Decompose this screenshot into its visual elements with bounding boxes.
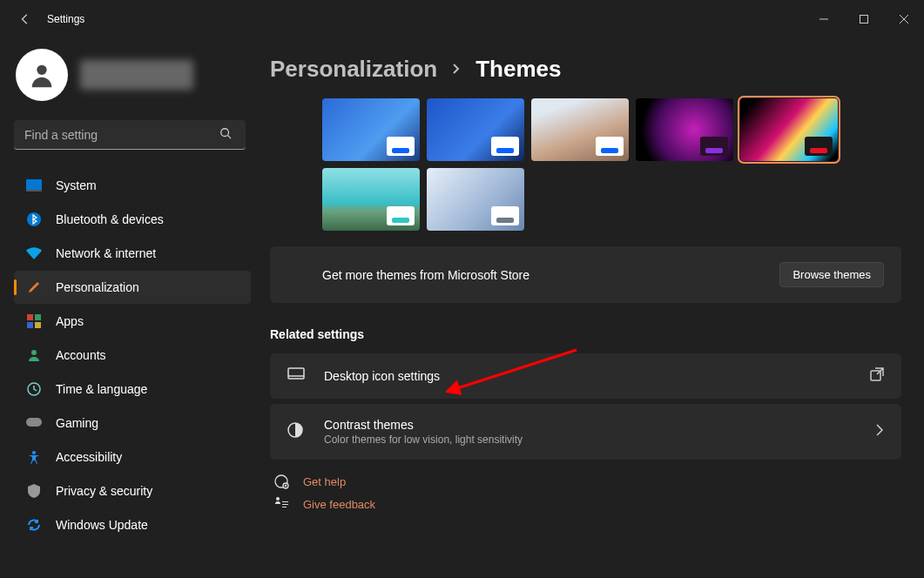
search-input[interactable]	[14, 120, 246, 150]
get-help-row[interactable]: Get help	[270, 474, 901, 489]
sidebar-item-bluetooth[interactable]: Bluetooth & devices	[14, 203, 251, 236]
gamepad-icon	[26, 415, 42, 431]
breadcrumb: Personalization Themes	[270, 56, 901, 83]
theme-option-1[interactable]	[322, 98, 420, 161]
theme-option-2[interactable]	[427, 98, 524, 161]
svg-rect-7	[35, 314, 41, 320]
contrast-themes-row[interactable]: Contrast themes Color themes for low vis…	[270, 404, 901, 460]
store-row: Get more themes from Microsoft Store Bro…	[270, 246, 901, 303]
help-icon	[272, 474, 291, 489]
update-icon	[26, 517, 42, 533]
sidebar-item-privacy[interactable]: Privacy & security	[14, 474, 251, 507]
svg-point-10	[31, 350, 37, 355]
svg-rect-14	[288, 368, 304, 379]
svg-point-1	[37, 65, 46, 75]
svg-rect-3	[26, 179, 42, 190]
theme-option-3[interactable]	[531, 98, 629, 161]
breadcrumb-parent[interactable]: Personalization	[270, 56, 437, 83]
bluetooth-icon	[26, 212, 42, 227]
get-help-link[interactable]: Get help	[303, 475, 346, 488]
accessibility-icon	[26, 449, 42, 465]
user-name	[80, 60, 193, 90]
shield-icon	[26, 483, 42, 499]
clock-icon	[26, 381, 42, 397]
give-feedback-link[interactable]: Give feedback	[303, 498, 375, 511]
avatar	[16, 49, 68, 101]
svg-rect-0	[860, 16, 868, 24]
svg-point-2	[221, 129, 229, 137]
sidebar-item-system[interactable]: System	[14, 169, 251, 202]
chevron-right-icon	[451, 60, 462, 78]
browse-themes-button[interactable]: Browse themes	[779, 262, 884, 287]
window-title: Settings	[47, 13, 84, 25]
svg-rect-9	[35, 322, 41, 328]
theme-option-6[interactable]	[322, 168, 420, 231]
svg-point-19	[276, 497, 280, 501]
sidebar-item-personalization[interactable]: Personalization	[14, 271, 251, 304]
breadcrumb-current: Themes	[475, 56, 561, 83]
paintbrush-icon	[26, 279, 42, 295]
svg-rect-12	[26, 418, 42, 427]
sidebar-item-network[interactable]: Network & internet	[14, 237, 251, 270]
sidebar-item-accessibility[interactable]: Accessibility	[14, 440, 251, 474]
sidebar-item-apps[interactable]: Apps	[14, 305, 251, 338]
contrast-icon	[287, 422, 307, 441]
svg-point-13	[32, 451, 36, 454]
theme-option-7[interactable]	[427, 168, 524, 231]
sidebar-item-gaming[interactable]: Gaming	[14, 407, 251, 440]
apps-icon	[26, 313, 42, 329]
desktop-icon-settings-row[interactable]: Desktop icon settings	[270, 353, 901, 399]
user-profile[interactable]	[16, 49, 251, 101]
monitor-icon	[26, 178, 42, 193]
themes-grid	[270, 98, 901, 231]
svg-rect-4	[26, 190, 42, 192]
desktop-icon	[287, 367, 307, 385]
give-feedback-row[interactable]: Give feedback	[270, 496, 901, 512]
sidebar-item-accounts[interactable]: Accounts	[14, 339, 251, 372]
svg-rect-8	[27, 322, 33, 328]
wifi-icon	[26, 245, 42, 261]
store-text: Get more themes from Microsoft Store	[322, 268, 529, 282]
sidebar-item-time[interactable]: Time & language	[14, 373, 251, 406]
minimize-button[interactable]	[804, 3, 844, 35]
search-icon	[219, 127, 232, 143]
open-external-icon	[870, 367, 884, 385]
person-icon	[26, 347, 42, 363]
back-button[interactable]	[12, 6, 38, 32]
feedback-icon	[272, 496, 291, 512]
maximize-button[interactable]	[844, 3, 884, 35]
close-button[interactable]	[884, 3, 924, 35]
svg-rect-6	[27, 314, 33, 320]
sidebar-item-update[interactable]: Windows Update	[14, 508, 251, 541]
related-heading: Related settings	[270, 327, 901, 341]
theme-option-5[interactable]	[740, 98, 838, 161]
chevron-right-icon	[875, 424, 884, 440]
theme-option-4[interactable]	[636, 98, 733, 161]
